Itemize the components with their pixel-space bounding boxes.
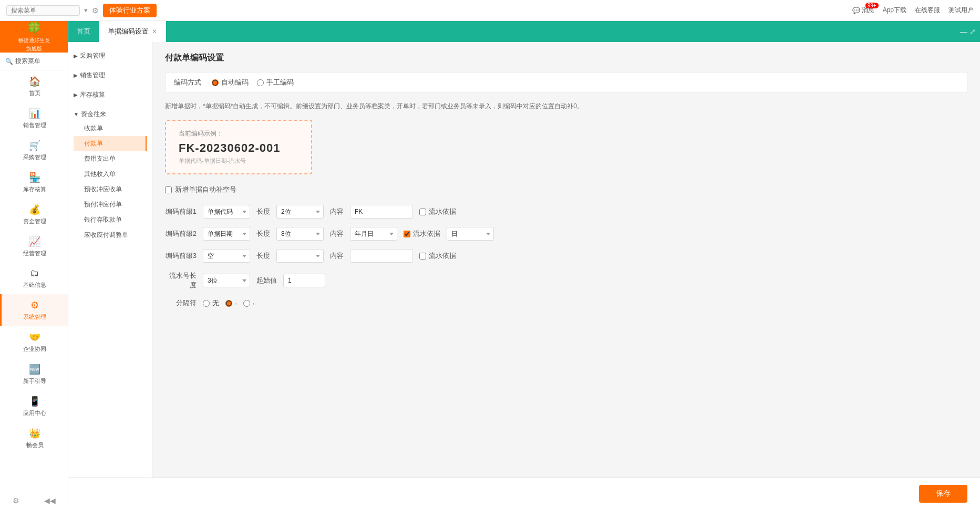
content1-input[interactable] (350, 205, 413, 219)
tab-home[interactable]: 首页 (68, 21, 99, 42)
bottom-bar: 保存 (68, 477, 980, 509)
content3-input[interactable] (350, 249, 413, 263)
stream1-checkbox-group[interactable]: 流水依据 (419, 207, 456, 216)
sidebar-item-purchase[interactable]: 🛒 采购管理 (0, 134, 68, 167)
sub-nav-item-adjustment[interactable]: 应收应付调整单 (74, 227, 147, 243)
save-button[interactable]: 保存 (919, 485, 967, 503)
auto-fill-label[interactable]: 新增单据自动补空号 (175, 185, 236, 194)
inventory-icon: 🏪 (29, 172, 40, 183)
sep-dot-radio[interactable] (225, 300, 232, 307)
code-preview-label: 当前编码示例： (179, 129, 298, 138)
serial-row: 流水号长度 3位 起始值 (165, 271, 967, 290)
sub-nav-group-purchase-title[interactable]: ▶ 采购管理 (74, 49, 147, 63)
sub-nav-group-inventory-title[interactable]: ▶ 库存核算 (74, 88, 147, 101)
app-download-link[interactable]: App下载 (883, 6, 906, 15)
start-input[interactable] (283, 274, 325, 287)
online-service-link[interactable]: 在线客服 (915, 6, 940, 15)
stream3-checkbox[interactable] (419, 253, 426, 259)
sidebar-item-system[interactable]: ⚙ 系统管理 (0, 294, 68, 326)
content2-select[interactable]: 年月日 (350, 227, 397, 241)
serial-label: 流水号长度 (165, 271, 197, 290)
sep-none-label: 无 (212, 298, 219, 308)
prefix2-select[interactable]: 单据日期 (203, 227, 250, 241)
operation-icon: 📈 (29, 236, 40, 247)
info-text: 新增单据时，*单据编码*自动生成，不可编辑。前缀设置为部门、业务员等档案类，开单… (165, 101, 967, 111)
sidebar-item-enterprise[interactable]: 🤝 企业协同 (0, 326, 68, 358)
radio-manual-input[interactable] (257, 79, 264, 86)
auto-fill-checkbox[interactable] (165, 186, 172, 193)
stream3-checkbox-group[interactable]: 流水依据 (419, 251, 456, 261)
stream2-label: 流水依据 (413, 229, 440, 238)
auto-fill-row: 新增单据自动补空号 (165, 185, 967, 194)
basic-icon: 🗂 (30, 268, 39, 279)
collapse-icon[interactable]: ◀◀ (44, 496, 56, 505)
sep-dash-radio[interactable] (243, 300, 250, 307)
sidebar-search[interactable]: 🔍 搜索菜单 (0, 53, 68, 70)
sub-nav-group-sales: ▶ 销售管理 (68, 66, 152, 85)
user-name[interactable]: 测试用户 (948, 6, 974, 15)
sep-dot-option[interactable]: · (225, 299, 237, 307)
length2-select[interactable]: 8位 (276, 227, 324, 241)
message-badge[interactable]: 💬 消息 99+ (852, 6, 874, 15)
sub-nav-group-funds-title[interactable]: ▼ 资金往来 (74, 108, 147, 121)
sub-nav-item-pre-receipt[interactable]: 预收冲应收单 (74, 182, 147, 197)
stream2-checkbox[interactable] (404, 231, 410, 237)
sidebar: 🍀 畅捷通好生意 旗舰版 🔍 搜索菜单 🏠 首页 📊 销售管理 🛒 采购管理 🏪 (0, 21, 68, 509)
sidebar-search-label: 搜索菜单 (15, 57, 40, 66)
length1-label: 长度 (256, 207, 270, 216)
tab-close-icon[interactable]: ✕ (152, 28, 157, 35)
sidebar-item-guide[interactable]: 🆕 新手引导 (0, 358, 68, 390)
tab-bar-actions: — ⤢ (960, 27, 980, 36)
sidebar-nav: 🏠 首页 📊 销售管理 🛒 采购管理 🏪 库存核算 💰 资金管理 📈 经 (0, 70, 68, 492)
prefix1-select[interactable]: 单据代码 (203, 205, 250, 219)
stream2-checkbox-group[interactable]: 流水依据 (404, 229, 440, 238)
sidebar-item-inventory[interactable]: 🏪 库存核算 (0, 167, 68, 199)
sidebar-item-vip[interactable]: 👑 畅会员 (0, 422, 68, 454)
sep-none-option[interactable]: 无 (203, 298, 219, 308)
sub-nav-item-expense[interactable]: 费用支出单 (74, 151, 147, 167)
sub-nav-sales-label: 销售管理 (80, 71, 105, 80)
tab-code-settings[interactable]: 单据编码设置 ✕ (99, 21, 166, 42)
logo-line1: 畅捷通好生意 (18, 37, 50, 44)
sub-nav-item-payment[interactable]: 付款单 (74, 136, 147, 151)
radio-auto-input[interactable] (212, 79, 219, 86)
search-icon: 🔍 (5, 58, 13, 65)
sidebar-item-home[interactable]: 🏠 首页 (0, 70, 68, 102)
radio-manual[interactable]: 手工编码 (257, 78, 294, 87)
length1-select[interactable]: 2位 (276, 205, 324, 219)
serial-select[interactable]: 3位 (203, 274, 250, 287)
settings-gear-icon[interactable]: ⚙ (92, 6, 99, 15)
sep-dash-option[interactable]: · (243, 299, 255, 307)
tab-expand-icon[interactable]: ⤢ (969, 27, 976, 36)
sidebar-item-finance[interactable]: 💰 资金管理 (0, 199, 68, 231)
sub-nav-group-sales-title[interactable]: ▶ 销售管理 (74, 69, 147, 82)
sidebar-item-operation[interactable]: 📈 经营管理 (0, 231, 68, 263)
sidebar-item-apps[interactable]: 📱 应用中心 (0, 390, 68, 422)
sub-nav-item-other-income[interactable]: 其他收入单 (74, 167, 147, 182)
sidebar-item-enterprise-label: 企业协同 (23, 345, 46, 353)
search-input[interactable] (6, 5, 80, 16)
length3-select[interactable] (276, 249, 324, 263)
radio-auto[interactable]: 自动编码 (212, 78, 249, 87)
stream1-checkbox[interactable] (419, 209, 426, 215)
encoding-radio-group: 自动编码 手工编码 (212, 78, 294, 87)
sidebar-item-sales[interactable]: 📊 销售管理 (0, 102, 68, 134)
sub-nav-item-pre-payment[interactable]: 预付冲应付单 (74, 197, 147, 212)
period2-select[interactable]: 日 (447, 227, 494, 241)
home-icon: 🏠 (29, 76, 40, 87)
sub-nav-item-receipt[interactable]: 收款单 (74, 121, 147, 136)
dropdown-arrow-icon[interactable]: ▾ (84, 6, 88, 14)
form-area: 付款单编码设置 编码方式 自动编码 手工编码 (152, 42, 980, 477)
sep-none-radio[interactable] (203, 300, 210, 307)
radio-manual-label: 手工编码 (266, 78, 294, 87)
sub-nav-item-bank[interactable]: 银行存取款单 (74, 212, 147, 227)
prefix3-select[interactable]: 空 (203, 249, 250, 263)
sidebar-item-basic[interactable]: 🗂 基础信息 (0, 263, 68, 294)
sidebar-item-vip-label: 畅会员 (26, 441, 44, 449)
tab-minimize-icon[interactable]: — (960, 27, 967, 36)
settings-bottom-icon[interactable]: ⚙ (13, 496, 19, 505)
content2-label: 内容 (330, 229, 344, 238)
top-bar-left: ▾ ⚙ 体验行业方案 (6, 4, 847, 17)
try-industry-button[interactable]: 体验行业方案 (103, 4, 157, 17)
tab-home-label: 首页 (77, 27, 90, 36)
